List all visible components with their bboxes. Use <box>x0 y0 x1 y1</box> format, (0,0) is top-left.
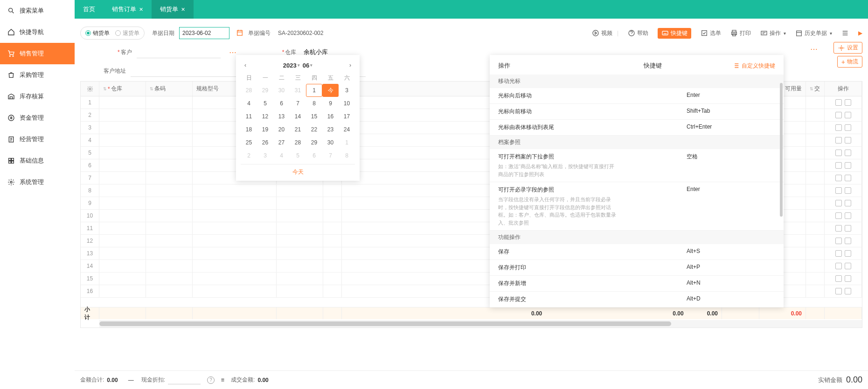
calendar-year-select[interactable]: 2023▾ <box>283 62 300 69</box>
cell-jiao[interactable] <box>806 172 825 184</box>
close-icon[interactable]: ✕ <box>181 7 185 13</box>
customer-input[interactable] <box>137 46 221 58</box>
cell-barcode[interactable] <box>146 210 193 222</box>
calendar-day[interactable]: 7 <box>322 149 339 162</box>
cell-barcode[interactable] <box>146 159 193 171</box>
action-help[interactable]: 帮助 <box>628 29 648 37</box>
calendar-day[interactable]: 4 <box>241 97 257 110</box>
copy-icon[interactable] <box>845 288 851 294</box>
delete-icon[interactable] <box>835 162 842 169</box>
calendar-day[interactable]: 21 <box>290 123 306 136</box>
delete-icon[interactable] <box>835 288 842 294</box>
th-settings[interactable] <box>81 82 99 96</box>
action-next[interactable]: ▶ <box>858 30 862 36</box>
calendar-day[interactable]: 29 <box>306 136 322 149</box>
cell-warehouse[interactable] <box>99 222 146 234</box>
sidebar-item-basic[interactable]: 基础信息 <box>0 150 75 171</box>
cell-tax[interactable] <box>277 247 323 259</box>
cell-warehouse[interactable] <box>99 184 146 197</box>
calendar-day[interactable]: 1 <box>339 136 355 149</box>
calendar-day[interactable]: 24 <box>339 123 355 136</box>
cell-tax[interactable] <box>277 285 323 297</box>
copy-icon[interactable] <box>845 250 851 257</box>
calendar-day[interactable]: 29 <box>257 84 273 97</box>
calendar-day[interactable]: 16 <box>322 110 339 123</box>
sidebar-item-purchase[interactable]: 采购管理 <box>0 64 75 86</box>
calendar-day[interactable]: 25 <box>241 136 257 149</box>
cell-jiao[interactable] <box>806 273 825 285</box>
delete-icon[interactable] <box>835 250 842 257</box>
cell-barcode[interactable] <box>146 260 193 272</box>
cell-spec[interactable] <box>193 235 277 247</box>
calendar-day[interactable]: 9 <box>322 97 339 110</box>
action-list[interactable] <box>841 29 849 37</box>
calendar-day[interactable]: 7 <box>290 97 306 110</box>
calendar-day[interactable]: 15 <box>306 110 322 123</box>
tab-delivery[interactable]: 销货单✕ <box>152 0 194 19</box>
cell-warehouse[interactable] <box>99 134 146 146</box>
cell-warehouse[interactable] <box>99 122 146 134</box>
copy-icon[interactable] <box>845 225 851 232</box>
calendar-day[interactable]: 30 <box>273 84 290 97</box>
calendar-day[interactable]: 11 <box>241 110 257 123</box>
calendar-day[interactable]: 8 <box>306 97 322 110</box>
copy-icon[interactable] <box>845 112 851 118</box>
calendar-day[interactable]: 19 <box>257 123 273 136</box>
calendar-day[interactable]: 20 <box>273 123 290 136</box>
cell-barcode[interactable] <box>146 273 193 285</box>
calendar-day[interactable]: 27 <box>273 136 290 149</box>
cell-warehouse[interactable] <box>99 210 146 222</box>
cell-spec[interactable] <box>193 210 277 222</box>
sidebar-item-system[interactable]: 系统管理 <box>0 171 75 193</box>
calendar-day[interactable]: 10 <box>339 97 355 110</box>
cell-tax[interactable] <box>277 222 323 234</box>
cell-star[interactable] <box>323 222 342 234</box>
cell-jiao[interactable] <box>806 96 825 109</box>
cell-tax[interactable] <box>277 273 323 285</box>
cell-spec[interactable] <box>193 222 277 234</box>
calendar-day[interactable]: 6 <box>306 149 322 162</box>
cell-barcode[interactable] <box>146 109 193 121</box>
cell-star[interactable] <box>323 285 342 297</box>
calendar-day[interactable]: 1 <box>306 84 322 97</box>
cell-warehouse[interactable] <box>99 235 146 247</box>
tab-sales-order[interactable]: 销售订单✕ <box>104 0 152 19</box>
calendar-day[interactable]: 14 <box>290 110 306 123</box>
cell-warehouse[interactable] <box>99 109 146 121</box>
tab-home[interactable]: 首页 <box>75 0 104 19</box>
cell-warehouse[interactable] <box>99 273 146 285</box>
delete-icon[interactable] <box>835 124 842 131</box>
cell-tax[interactable] <box>277 197 323 209</box>
copy-icon[interactable] <box>845 275 851 282</box>
calendar-day[interactable]: 31 <box>290 84 306 97</box>
cell-star[interactable] <box>323 184 342 197</box>
action-operate[interactable]: 操作▾ <box>760 29 786 37</box>
action-shortcut[interactable]: 快捷键 <box>658 28 691 39</box>
calendar-day[interactable]: 5 <box>257 97 273 110</box>
cell-star[interactable] <box>323 247 342 259</box>
cell-star[interactable] <box>323 235 342 247</box>
calendar-day[interactable]: 8 <box>339 149 355 162</box>
cell-star[interactable] <box>323 273 342 285</box>
cell-jiao[interactable] <box>806 109 825 121</box>
cell-star[interactable] <box>323 197 342 209</box>
calendar-day[interactable]: 13 <box>273 110 290 123</box>
calendar-day[interactable]: 4 <box>273 149 290 162</box>
calendar-prev[interactable]: ‹ <box>241 62 250 68</box>
copy-icon[interactable] <box>845 212 851 219</box>
calendar-day[interactable]: 2 <box>241 149 257 162</box>
custom-shortcut-btn[interactable]: 自定义快捷键 <box>732 62 775 70</box>
cell-jiao[interactable] <box>806 122 825 134</box>
radio-sale[interactable]: 销货单 <box>85 29 110 37</box>
cell-tax[interactable] <box>277 235 323 247</box>
calendar-day[interactable]: 26 <box>257 136 273 149</box>
delete-icon[interactable] <box>835 212 842 219</box>
th-barcode[interactable]: ⇅条码 <box>146 82 193 96</box>
calendar-day[interactable]: 12 <box>257 110 273 123</box>
cell-barcode[interactable] <box>146 247 193 259</box>
cell-tax[interactable] <box>277 260 323 272</box>
panel-scrollbar[interactable] <box>780 83 783 306</box>
cell-jiao[interactable] <box>806 147 825 159</box>
calendar-today-btn[interactable]: 今天 <box>241 164 355 178</box>
copy-icon[interactable] <box>845 263 851 269</box>
